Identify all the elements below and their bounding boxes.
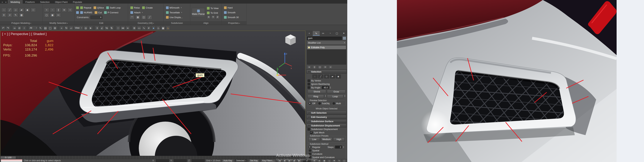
angle-snap-icon[interactable]: ∠: [100, 26, 104, 30]
panel-title[interactable]: Modify Selection▾: [43, 21, 74, 25]
cut-button[interactable]: Cut: [94, 10, 103, 14]
cap-poly-icon[interactable]: ◠: [130, 15, 134, 20]
maxscript-mini-listener[interactable]: [1, 159, 22, 162]
go-to-start-icon[interactable]: |◀: [277, 159, 282, 162]
steps-spinner[interactable]: ▲▼: [343, 146, 344, 148]
toggle-ribbon-icon[interactable]: ▭: [137, 26, 141, 30]
motion-tab[interactable]: ◔: [326, 31, 334, 36]
steps-field[interactable]: 2: [335, 146, 342, 148]
utilities-tab[interactable]: ✶: [340, 31, 347, 36]
attach-button[interactable]: Attach▾: [130, 10, 144, 14]
ring-button[interactable]: Ring: [308, 94, 324, 98]
unlink-selection-icon[interactable]: ⊘: [17, 26, 22, 30]
zoom-extents-icon[interactable]: ▣: [322, 159, 327, 162]
select-and-manipulate-icon[interactable]: ➤: [88, 26, 93, 30]
panel-title[interactable]: Properties▾: [222, 21, 246, 25]
panel-title[interactable]: Edit: [75, 21, 128, 25]
preset-medium-button[interactable]: Medium: [321, 138, 332, 141]
undo-icon[interactable]: ↶: [1, 26, 5, 30]
paint-options-icon[interactable]: [76, 11, 79, 14]
select-object-icon[interactable]: ↖: [38, 26, 43, 30]
select-ring-icon[interactable]: ≋: [62, 8, 67, 12]
modify-tab[interactable]: ∿: [313, 31, 320, 36]
loop-spinner[interactable]: ▲▼: [344, 94, 346, 98]
perspective-viewport[interactable]: [ + ] [ Perspective ] [ Shaded ] Totalgu…: [0, 31, 305, 156]
method-spatial-radio[interactable]: Spatial: [308, 149, 344, 152]
tab-selection[interactable]: Selection: [38, 0, 52, 4]
material-editor-icon[interactable]: ●: [152, 26, 156, 30]
panel-title[interactable]: Geometry (All)▾: [128, 21, 164, 25]
create-tab[interactable]: +: [306, 31, 313, 36]
qslice-button[interactable]: QSlice: [93, 6, 105, 10]
loop-button[interactable]: Loop: [327, 94, 343, 98]
detach-icon[interactable]: ◫: [141, 15, 146, 20]
object-color-swatch[interactable]: [343, 36, 346, 40]
redo-icon[interactable]: ↷: [6, 26, 10, 30]
smooth-30-button[interactable]: Smooth 30: [223, 15, 240, 20]
display-tab[interactable]: ▢: [334, 31, 340, 36]
workspace-icon[interactable]: ▾: [4, 1, 8, 4]
relax-button[interactable]: Relax: [130, 6, 141, 10]
bind-to-space-warp-icon[interactable]: ≀: [22, 26, 26, 30]
show-end-result-icon[interactable]: ∥: [312, 66, 316, 69]
rollout-subdivision-surface[interactable]: + Subdivision Surface: [306, 119, 346, 123]
repeat-button[interactable]: Repeat: [79, 6, 92, 10]
reference-coordinate-dropdown[interactable]: View▾: [74, 26, 83, 30]
rendered-frame-icon[interactable]: ▣: [161, 26, 165, 30]
auto-key-button[interactable]: Auto Key: [222, 159, 234, 162]
rollout-subdivision-displacement[interactable]: − Subdivision Displacement: [306, 124, 346, 128]
rollout-edit-geometry[interactable]: + Edit Geometry: [306, 115, 346, 119]
edge-subobject-icon[interactable]: ╱: [7, 8, 12, 12]
vertex-subobject-icon[interactable]: ∴: [312, 74, 317, 78]
method-spatial-curvature-radio[interactable]: Spatial and Curvature: [308, 156, 344, 159]
make-planar-button[interactable]: Make Planar: [192, 8, 205, 17]
panel-title[interactable]: Subdivision: [164, 21, 190, 25]
align-to-view-button[interactable]: To View: [206, 6, 220, 10]
modifier-list-dropdown[interactable]: Modifier List▾: [307, 41, 346, 45]
pin-stack-icon[interactable]: ∗: [307, 66, 311, 69]
object-name-field[interactable]: gum: [307, 36, 342, 40]
next-frame-icon[interactable]: ▶: [292, 159, 297, 162]
polygon-subobject-icon[interactable]: ▰: [330, 74, 335, 78]
quadrify-icon[interactable]: ▦: [136, 15, 140, 20]
zoom-all-icon[interactable]: ⊞: [317, 159, 322, 162]
show-cage-icon[interactable]: ▦: [19, 13, 24, 17]
fill-selection-icon[interactable]: ▣: [50, 13, 55, 17]
key-filters-button[interactable]: Key Filters...: [260, 159, 276, 162]
border-subobject-icon[interactable]: ◇: [13, 8, 18, 12]
window-crossing-icon[interactable]: ⊞: [53, 26, 57, 30]
render-production-icon[interactable]: ♨: [166, 26, 170, 30]
align-x-button[interactable]: X: [207, 15, 211, 19]
time-slider[interactable]: 0 / 100: [0, 156, 306, 159]
select-loop-icon[interactable]: ∥: [56, 8, 61, 12]
tab-object-paint[interactable]: Object Paint: [52, 0, 70, 4]
by-angle-checkbox[interactable]: By Angle: 45.0 ▲▼: [306, 86, 347, 89]
tweak-uvs-icon[interactable]: ✎: [13, 13, 18, 17]
make-unique-icon[interactable]: ◫: [318, 66, 322, 69]
hard-button[interactable]: Hard: [223, 6, 234, 10]
tab-modeling[interactable]: Modeling: [8, 0, 22, 4]
schematic-view-icon[interactable]: #: [146, 26, 151, 30]
element-subobject-icon[interactable]: ◆: [25, 8, 30, 12]
go-to-end-icon[interactable]: ▶|: [297, 159, 302, 162]
slice-icon[interactable]: ╱: [147, 15, 152, 20]
polygon-subobject-icon[interactable]: ▰: [19, 8, 24, 12]
zoom-icon[interactable]: ⊕: [312, 159, 317, 162]
method-curvature-radio[interactable]: Curvature: [308, 152, 344, 156]
stack-visibility-icon[interactable]: [308, 46, 310, 48]
grow-selection-icon[interactable]: +: [44, 8, 49, 12]
method-regular-radio[interactable]: Regular Steps: 2 ▲▼: [308, 145, 344, 149]
tab-populate[interactable]: Populate: [70, 0, 84, 4]
preset-high-button[interactable]: High: [333, 138, 344, 141]
select-and-rotate-icon[interactable]: ↻: [64, 26, 68, 30]
object-level-icon[interactable]: □: [31, 8, 36, 12]
render-setup-icon[interactable]: ♨: [156, 26, 160, 30]
named-selection-sets-icon[interactable]: □: [116, 26, 120, 30]
x-coordinate-field[interactable]: [156, 159, 169, 162]
create-button[interactable]: Create: [141, 6, 154, 10]
stack-item-editable-poly[interactable]: Editable Poly: [307, 46, 346, 49]
maximize-viewport-icon[interactable]: ▢: [342, 159, 346, 162]
align-to-grid-button[interactable]: To Grid: [206, 11, 220, 15]
previous-frame-icon[interactable]: ◀: [282, 159, 287, 162]
by-vertex-checkbox[interactable]: By Vertex: [306, 79, 347, 82]
